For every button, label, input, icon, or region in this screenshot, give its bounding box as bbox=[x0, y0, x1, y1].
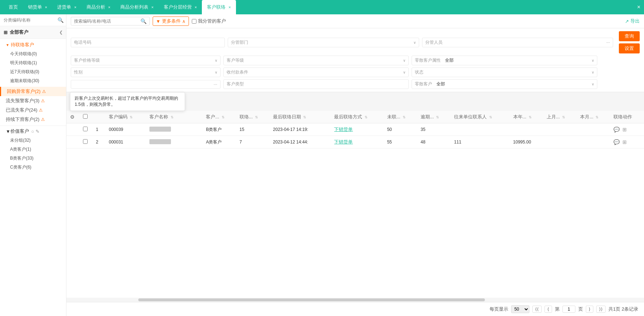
sort-icon[interactable]: ⇅ bbox=[562, 115, 565, 119]
customer-name-blurred bbox=[149, 127, 171, 132]
close-icon[interactable]: × bbox=[45, 0, 47, 14]
cell-checkbox bbox=[79, 123, 92, 136]
manager-field[interactable]: 分管人员 ··· bbox=[422, 38, 613, 47]
status-field[interactable]: 状态 ∨ bbox=[412, 67, 597, 77]
chat-icon[interactable]: 💬 bbox=[613, 139, 620, 145]
my-customers-checkbox[interactable] bbox=[192, 19, 196, 24]
close-icon[interactable]: × bbox=[228, 0, 231, 14]
nav-item-home[interactable]: 首页 bbox=[4, 0, 23, 14]
export-icon: ↗ bbox=[625, 19, 629, 24]
pending-contact-title[interactable]: ▼ 待联络客户 bbox=[0, 40, 66, 49]
sidebar-item-unclassified[interactable]: 未分组(32) bbox=[0, 136, 66, 145]
warning-icon: ⚠ bbox=[42, 89, 46, 94]
pending-contact-group: ▼ 待联络客户 今天待联络(0) 明天待联络(1) 近7天待联络(0) 逾期未联… bbox=[0, 39, 66, 87]
chat-icon[interactable]: 💬 bbox=[613, 127, 620, 132]
sidebar-item-lost[interactable]: 已流失客户(24) ⚠ bbox=[0, 105, 66, 115]
contact-method-link[interactable]: 下销货单 bbox=[334, 139, 353, 145]
ellipsis-icon[interactable]: ··· bbox=[214, 82, 217, 87]
gender-field[interactable]: 性别 ∨ bbox=[71, 67, 221, 77]
sidebar-item-declining[interactable]: 持续下滑客户(2) ⚠ bbox=[0, 115, 66, 124]
nav-item-product-analysis[interactable]: 商品分析 × bbox=[82, 0, 115, 14]
sidebar-item-anomaly[interactable]: 回购异常客户(2) ⚠ bbox=[0, 87, 66, 96]
more-conditions-button[interactable]: ▼ 更多条件 ∧ bbox=[153, 16, 189, 26]
cell-index: 2 bbox=[92, 136, 105, 148]
sidebar-item-a-class[interactable]: A类客户(1) bbox=[0, 145, 66, 154]
collapse-icon[interactable]: ❮ bbox=[59, 30, 62, 35]
query-button[interactable]: 查询 bbox=[619, 31, 640, 41]
select-all-checkbox[interactable] bbox=[83, 114, 88, 119]
retail-attr-field[interactable]: 零散客户属性 全部 ∨ bbox=[412, 56, 597, 65]
cell-index: 1 bbox=[92, 123, 105, 136]
next-page-button[interactable]: ⟩ bbox=[586, 306, 593, 313]
nav-item-sales[interactable]: 销货单 × bbox=[23, 0, 52, 14]
close-icon[interactable]: × bbox=[151, 0, 153, 14]
cell-customer-code: 000031 bbox=[105, 136, 146, 148]
settings-button[interactable]: 设置 bbox=[619, 43, 640, 53]
row-checkbox[interactable] bbox=[83, 139, 88, 144]
sort-icon[interactable]: ⇅ bbox=[365, 115, 367, 119]
all-customers-header[interactable]: ⊞ 全部客户 ❮ bbox=[0, 26, 66, 39]
sort-icon[interactable]: ⇅ bbox=[303, 115, 306, 119]
customer-type-field[interactable]: 客户类型 bbox=[223, 79, 409, 89]
search-input[interactable] bbox=[74, 19, 140, 24]
sidebar-item-lost-pre[interactable]: 流失预警客户(3) ⚠ bbox=[0, 96, 66, 105]
cell-unit-contact bbox=[450, 123, 509, 136]
sidebar-item-c-class[interactable]: C类客户(6) bbox=[0, 163, 66, 172]
ellipsis-icon[interactable]: ··· bbox=[606, 40, 610, 45]
phone-input[interactable] bbox=[93, 40, 222, 45]
cell-unit-contact: 111 bbox=[450, 136, 509, 148]
dept-field[interactable]: 分管部门 ∨ bbox=[228, 38, 419, 47]
sidebar-item-7days[interactable]: 近7天待联络(0) bbox=[0, 67, 66, 76]
gear-icon[interactable]: ⚙ bbox=[70, 114, 75, 120]
price-grade-field[interactable]: 客户价格等级 ∨ bbox=[71, 56, 221, 65]
sort-icon[interactable]: ⇅ bbox=[403, 115, 406, 119]
th-settings: ⚙ bbox=[66, 111, 79, 123]
search-icon[interactable]: 🔍 bbox=[140, 18, 147, 24]
value-customers-title[interactable]: ▼ 价值客户 ○ ✎ bbox=[0, 126, 66, 136]
sort-icon[interactable]: ⇅ bbox=[436, 115, 439, 119]
sidebar-item-overdue[interactable]: 逾期未联络(30) bbox=[0, 76, 66, 85]
sidebar-search-input[interactable] bbox=[4, 18, 57, 23]
circle-icon[interactable]: ○ bbox=[31, 129, 34, 134]
sort-icon[interactable]: ⇅ bbox=[596, 115, 598, 119]
cell-contacts: 15 bbox=[236, 123, 269, 136]
cell-settings bbox=[66, 136, 79, 148]
my-customers-wrap: 我分管的客户 bbox=[192, 18, 226, 24]
sidebar-item-b-class[interactable]: B类客户(33) bbox=[0, 154, 66, 163]
contact-method-link[interactable]: 下销货单 bbox=[334, 127, 353, 132]
close-icon[interactable]: × bbox=[74, 0, 76, 14]
retail-customer-field[interactable]: 零散客户 全部 ∨ bbox=[412, 79, 597, 89]
first-page-button[interactable]: ⟨⟨ bbox=[532, 306, 542, 313]
window-close-button[interactable]: × bbox=[637, 4, 640, 10]
prev-page-button[interactable]: ⟨ bbox=[545, 306, 552, 313]
sort-icon[interactable]: ⇅ bbox=[255, 115, 258, 119]
last-page-button[interactable]: ⟩⟩ bbox=[596, 306, 606, 313]
cell-customer-level: A类客户 bbox=[202, 136, 236, 148]
cell-last-contact-date: 2023-04-17 14:19: bbox=[269, 123, 330, 136]
sort-icon[interactable]: ⇅ bbox=[529, 115, 532, 119]
export-button[interactable]: ↗ 导出 bbox=[625, 18, 640, 24]
nav-item-product-list[interactable]: 商品分析列表 × bbox=[115, 0, 158, 14]
sort-icon[interactable]: ⇅ bbox=[222, 115, 224, 119]
customer-grade-field[interactable]: 客户等级 ∨ bbox=[223, 56, 409, 65]
page-input[interactable] bbox=[562, 306, 575, 313]
nav-item-customer-contact[interactable]: 客户联络 × bbox=[202, 0, 236, 14]
sort-icon[interactable]: ⇅ bbox=[130, 115, 133, 119]
nav-item-purchase[interactable]: 进货单 × bbox=[52, 0, 81, 14]
grid-icon[interactable]: ⊞ bbox=[622, 127, 627, 132]
row-checkbox[interactable] bbox=[83, 127, 88, 131]
edit-icon[interactable]: ✎ bbox=[36, 129, 40, 134]
per-page-select[interactable]: 50 10 20 100 bbox=[511, 305, 529, 313]
horizontal-scrollbar[interactable] bbox=[66, 298, 644, 302]
th-overdue: 逾期... ⇅ bbox=[417, 111, 450, 123]
close-icon[interactable]: × bbox=[108, 0, 110, 14]
sort-icon[interactable]: ⇅ bbox=[171, 115, 173, 119]
sidebar-item-today[interactable]: 今天待联络(0) bbox=[0, 49, 66, 58]
search-icon[interactable]: 🔍 bbox=[57, 17, 64, 23]
grid-icon[interactable]: ⊞ bbox=[622, 139, 627, 145]
payment-field[interactable]: 收付款条件 ∨ bbox=[223, 67, 409, 77]
sort-icon[interactable]: ⇅ bbox=[489, 115, 492, 119]
close-icon[interactable]: × bbox=[195, 0, 197, 14]
sidebar-item-tomorrow[interactable]: 明天待联络(1) bbox=[0, 58, 66, 67]
nav-item-customer-tier[interactable]: 客户分层经营 × bbox=[159, 0, 202, 14]
